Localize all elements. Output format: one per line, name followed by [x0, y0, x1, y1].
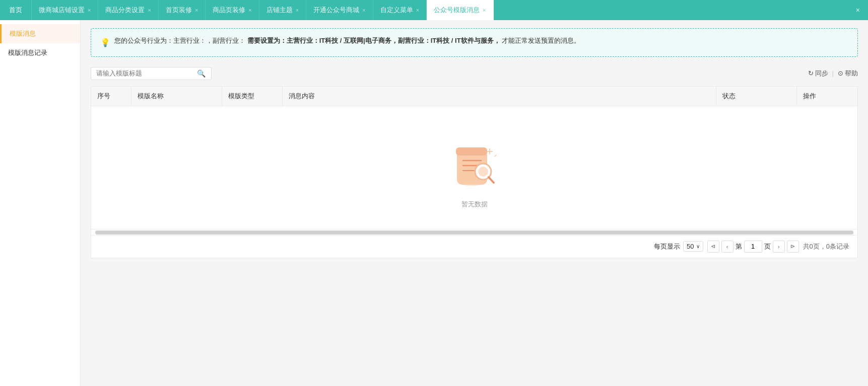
close-all-tabs-button[interactable]: × — [848, 6, 868, 14]
nav-tab-product-decor[interactable]: 商品页装修 × — [206, 0, 259, 20]
search-icon[interactable]: 🔍 — [197, 69, 206, 78]
empty-text: 暂无数据 — [461, 200, 488, 209]
prev-page-button[interactable]: ‹ — [721, 241, 733, 253]
search-input-wrap: 🔍 — [91, 67, 212, 80]
page-label-suf: 页 — [764, 242, 771, 251]
page-size-dropdown[interactable]: 50 ∨ — [683, 241, 703, 252]
top-navigation: 首页 微商城店铺设置 × 商品分类设置 × 首页装修 × 商品页装修 × 店铺主… — [0, 0, 868, 20]
sidebar-item-template-message-record[interactable]: 模版消息记录 — [0, 43, 80, 62]
divider: | — [832, 69, 834, 77]
svg-rect-2 — [456, 147, 487, 156]
help-button[interactable]: ⊙ 帮助 — [838, 69, 858, 78]
nav-tab-template-message[interactable]: 公众号模版消息 × — [427, 0, 493, 20]
close-icon[interactable]: × — [148, 7, 151, 13]
page-total-label: 共0页，0条记录 — [803, 242, 849, 251]
col-header-status: 状态 — [716, 87, 797, 106]
search-bar: 🔍 ↻ 同步 | ⊙ 帮助 — [91, 67, 858, 80]
page-size-label: 每页显示 — [654, 242, 680, 251]
next-page-button[interactable]: › — [773, 241, 785, 253]
pagination-bar: 每页显示 50 ∨ ⊲ ‹ 第 页 › ⊳ 共0页，0条记录 — [91, 235, 857, 258]
chevron-down-icon: ∨ — [696, 244, 700, 249]
sync-button[interactable]: ↻ 同步 — [808, 69, 828, 78]
close-icon[interactable]: × — [416, 7, 419, 13]
col-header-name: 模版名称 — [131, 87, 222, 106]
page-size-select: 每页显示 50 ∨ — [654, 241, 703, 252]
nav-tab-store-settings[interactable]: 微商城店铺设置 × — [32, 0, 98, 20]
first-page-button[interactable]: ⊲ — [707, 241, 719, 253]
last-page-button[interactable]: ⊳ — [787, 241, 799, 253]
close-icon[interactable]: × — [88, 7, 91, 13]
nav-tab-store-theme[interactable]: 店铺主题 × — [259, 0, 306, 20]
page-navigation: ⊲ ‹ 第 页 › ⊳ — [707, 241, 799, 253]
nav-tab-open-mall[interactable]: 开通公众号商城 × — [306, 0, 373, 20]
empty-illustration — [447, 136, 502, 192]
close-icon[interactable]: × — [483, 7, 486, 13]
nav-tab-custom-menu[interactable]: 自定义菜单 × — [373, 0, 427, 20]
sync-help-bar: ↻ 同步 | ⊙ 帮助 — [808, 69, 858, 78]
close-icon[interactable]: × — [296, 7, 299, 13]
col-header-type: 模版类型 — [222, 87, 283, 106]
template-table: 序号 模版名称 模版类型 消息内容 状态 操作 — [91, 86, 858, 258]
nav-tab-home[interactable]: 首页 — [0, 0, 32, 20]
search-input[interactable] — [96, 69, 197, 77]
col-header-action: 操作 — [797, 87, 857, 106]
nav-tab-homepage-decor[interactable]: 首页装修 × — [159, 0, 206, 20]
page-number-input[interactable] — [744, 241, 762, 253]
table-header: 序号 模版名称 模版类型 消息内容 状态 操作 — [91, 87, 857, 106]
svg-line-8 — [489, 177, 494, 183]
page-label-pre: 第 — [736, 242, 742, 251]
content-area: 💡 您的公众号行业为：主营行业：，副营行业： 需要设置为：主营行业：IT科技 /… — [81, 20, 868, 386]
page-size-value: 50 — [687, 243, 694, 250]
scrollbar-track — [95, 230, 853, 235]
close-icon[interactable]: × — [248, 7, 251, 13]
empty-state: 暂无数据 — [91, 106, 857, 229]
col-header-content: 消息内容 — [283, 87, 716, 106]
close-icon[interactable]: × — [362, 7, 365, 13]
refresh-icon: ↻ — [808, 69, 814, 77]
industry-alert-box: 💡 您的公众号行业为：主营行业：，副营行业： 需要设置为：主营行业：IT科技 /… — [91, 28, 858, 57]
sidebar: 模版消息 模版消息记录 — [0, 20, 81, 386]
col-header-seq: 序号 — [91, 87, 131, 106]
main-layout: 模版消息 模版消息记录 💡 您的公众号行业为：主营行业：，副营行业： 需要设置为… — [0, 20, 868, 386]
question-icon: ⊙ — [838, 69, 843, 77]
svg-point-7 — [478, 167, 488, 177]
svg-line-11 — [495, 155, 496, 157]
sidebar-item-template-message[interactable]: 模版消息 — [0, 24, 80, 43]
close-icon[interactable]: × — [195, 7, 198, 13]
nav-tab-product-category[interactable]: 商品分类设置 × — [98, 0, 158, 20]
lightbulb-icon: 💡 — [100, 36, 110, 49]
horizontal-scrollbar[interactable] — [91, 229, 857, 235]
